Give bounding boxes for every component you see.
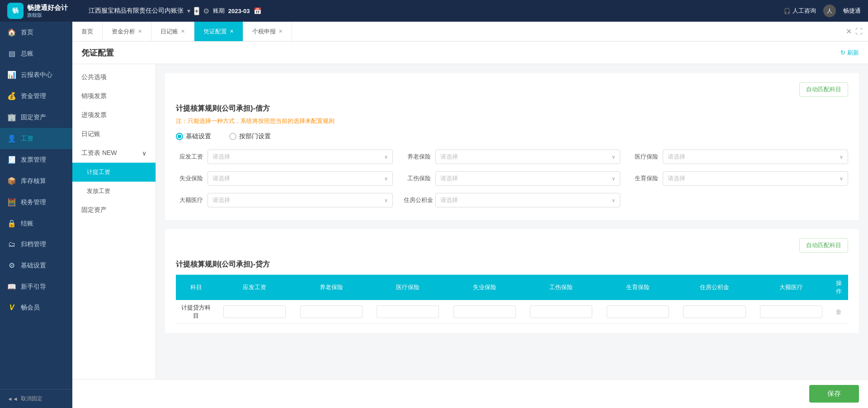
sidebar-item-member[interactable]: V 畅会员 (0, 297, 72, 318)
logo-text-block: 畅捷通好会计 旗舰版 (27, 4, 68, 19)
close-window-icon[interactable]: ✕ (846, 27, 852, 36)
archive-icon: 🗂 (7, 240, 16, 249)
tab-journal[interactable]: 日记账 ✕ (151, 22, 194, 41)
input-sybx[interactable] (453, 305, 516, 318)
basic-icon: ⚙ (7, 261, 16, 270)
sidebar-item-home[interactable]: 🏠 首页 (0, 22, 72, 43)
sidebar-item-close[interactable]: 🔒 结账 (0, 213, 72, 234)
tab-home[interactable]: 首页 (72, 22, 103, 41)
radio-dept-label: 按部门设置 (239, 132, 271, 141)
company-chevron-icon[interactable]: ▾ (187, 7, 190, 14)
select-yfgz[interactable]: 请选择 ∨ (208, 150, 393, 164)
tab-voucher[interactable]: 凭证配置 ✕ (194, 22, 243, 41)
left-nav-fixed-assets[interactable]: 固定资产 (72, 201, 156, 220)
select-sybx2[interactable]: 请选择 ∨ (663, 171, 848, 186)
col-sybx2: 生育保险 (599, 275, 676, 300)
tab-fund-label: 资金分析 (112, 28, 135, 36)
row-yfgz (216, 300, 293, 324)
tab-voucher-label: 凭证配置 (203, 28, 227, 36)
top-header: 畅 畅捷通好会计 旗舰版 江西服宝精品有限责任公司内账张 ▾ + ⚙ 账期 20… (0, 0, 868, 22)
debit-section-note: 注：只能选择一种方式，系统将按照您当前的选择来配置规则 (176, 117, 848, 125)
add-tab-button[interactable]: + (194, 7, 199, 15)
select-ylbx2[interactable]: 请选择 ∨ (663, 150, 848, 164)
select-deyil[interactable]: 请选择 ∨ (208, 193, 393, 207)
credit-table: 科目 应发工资 养老保险 医疗保险 失业保险 工伤保险 生育保险 住房公积金 大… (176, 275, 848, 324)
sidebar-label-tax: 税务管理 (21, 198, 46, 206)
tab-journal-close[interactable]: ✕ (181, 28, 185, 34)
main-content: 公共选项 销项发票 进项发票 日记账 工资表 NEW ∨ 计提工资 发放工资 固… (72, 64, 868, 379)
sidebar-item-invoice-mgmt[interactable]: 🧾 发票管理 (0, 149, 72, 170)
app-sub: 旗舰版 (27, 12, 68, 19)
input-gsbx[interactable] (530, 305, 592, 318)
calendar-icon[interactable]: 📅 (254, 7, 261, 14)
left-nav-issue[interactable]: 发放工资 (72, 182, 156, 201)
sidebar-item-inventory[interactable]: 📦 库存核算 (0, 170, 72, 192)
auto-match-credit-button[interactable]: 自动匹配科目 (799, 238, 848, 253)
sidebar-item-guide[interactable]: 📖 新手引导 (0, 276, 72, 297)
sidebar-item-assets[interactable]: 🏢 固定资产 (0, 107, 72, 128)
field-ylbx: 养老保险 请选择 ∨ (404, 150, 621, 164)
col-action: 操作 (830, 275, 848, 300)
select-zfgjj[interactable]: 请选择 ∨ (435, 193, 621, 207)
input-ylbx2[interactable] (377, 305, 439, 318)
service-button[interactable]: 🎧 人工咨询 (783, 7, 816, 15)
chevron-sybx2: ∨ (840, 176, 843, 182)
left-nav-purchase-invoice[interactable]: 进项发票 (72, 106, 156, 125)
col-ylbx2: 医疗保险 (370, 275, 447, 300)
tab-fund[interactable]: 资金分析 ✕ (103, 22, 151, 41)
sidebar-item-reports[interactable]: 📊 云报表中心 (0, 64, 72, 85)
left-nav-journal[interactable]: 日记账 (72, 125, 156, 144)
tab-voucher-close[interactable]: ✕ (230, 28, 234, 34)
sidebar-item-basic[interactable]: ⚙ 基础设置 (0, 255, 72, 276)
chevron-gsbx: ∨ (612, 176, 615, 182)
refresh-button[interactable]: ↻ 刷新 (840, 49, 859, 57)
sidebar-item-tax[interactable]: 🧮 税务管理 (0, 192, 72, 213)
delete-row-icon[interactable]: 🗑 (835, 308, 842, 315)
debit-section: 自动匹配科目 计提核算规则(公司承担)-借方 注：只能选择一种方式，系统将按照您… (165, 73, 859, 220)
input-sybx2[interactable] (607, 305, 669, 318)
label-ylbx: 养老保险 (404, 153, 431, 161)
input-yfgz[interactable] (223, 305, 286, 318)
input-ylbx[interactable] (300, 305, 363, 318)
field-zfgjj: 住房公积金 请选择 ∨ (404, 193, 621, 207)
tab-fund-close[interactable]: ✕ (138, 28, 142, 34)
maximize-icon[interactable]: ⛶ (855, 28, 863, 36)
left-nav-accrual[interactable]: 计提工资 (72, 163, 156, 182)
sidebar-label-funds: 资金管理 (21, 92, 46, 100)
tab-tax[interactable]: 个税申报 ✕ (243, 22, 292, 41)
field-yfgz: 应发工资 请选择 ∨ (176, 150, 393, 164)
radio-basic-circle (176, 133, 183, 140)
row-deyil (753, 300, 830, 324)
settings-icon[interactable]: ⚙ (203, 7, 209, 15)
save-button[interactable]: 保存 (809, 385, 859, 403)
input-zfgjj[interactable] (683, 305, 745, 318)
assets-icon: 🏢 (7, 113, 16, 122)
chevron-zfgjj: ∨ (612, 197, 615, 203)
left-nav-public[interactable]: 公共选项 (72, 68, 156, 87)
left-nav-sales-invoice[interactable]: 销项发票 (72, 87, 156, 106)
sidebar-item-archive[interactable]: 🗂 归档管理 (0, 234, 72, 255)
inventory-icon: 📦 (7, 177, 16, 185)
tab-tax-close[interactable]: ✕ (278, 28, 283, 34)
sidebar-label-home: 首页 (21, 28, 33, 37)
left-nav: 公共选项 销项发票 进项发票 日记账 工资表 NEW ∨ 计提工资 发放工资 固… (72, 64, 156, 379)
cancel-pin-button[interactable]: ◄◄ 取消固定 (0, 389, 72, 408)
content-area: 首页 资金分析 ✕ 日记账 ✕ 凭证配置 ✕ 个税申报 ✕ ✕ ⛶ (72, 22, 868, 408)
left-nav-payroll-label: 工资表 NEW (81, 149, 117, 157)
row-subject-label: 计提贷方科目 (176, 300, 216, 324)
radio-dept[interactable]: 按部门设置 (229, 132, 271, 141)
sidebar-item-salary[interactable]: 👤 工资 (0, 128, 72, 149)
select-sybx[interactable]: 请选择 ∨ (208, 171, 393, 186)
radio-basic[interactable]: 基础设置 (176, 132, 211, 141)
debit-section-title: 计提核算规则(公司承担)-借方 (176, 104, 848, 113)
sidebar-label-archive: 归档管理 (21, 240, 46, 249)
input-deyil[interactable] (760, 305, 822, 318)
select-ylbx[interactable]: 请选择 ∨ (435, 150, 621, 164)
select-gsbx[interactable]: 请选择 ∨ (435, 171, 621, 186)
headphone-icon: 🎧 (783, 8, 791, 14)
page-title: 凭证配置 (81, 47, 114, 58)
sidebar-item-funds[interactable]: 💰 资金管理 (0, 85, 72, 107)
auto-match-debit-button[interactable]: 自动匹配科目 (799, 82, 848, 97)
left-nav-payroll-group[interactable]: 工资表 NEW ∨ (72, 144, 156, 163)
sidebar-item-ledger[interactable]: ▤ 总账 (0, 43, 72, 64)
